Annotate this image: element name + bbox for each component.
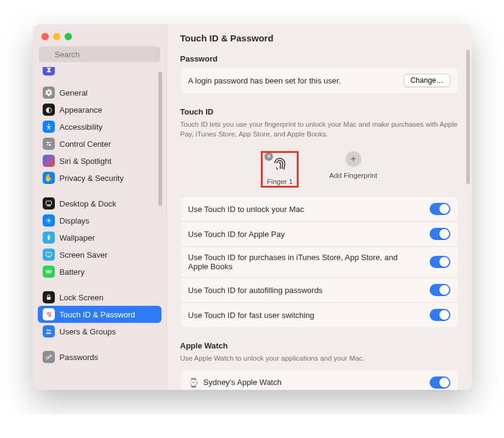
sidebar-item-label: Wallpaper [60, 233, 95, 242]
option-label: Use Touch ID to unlock your Mac [188, 205, 305, 214]
apple-watch-heading: Apple Watch [180, 341, 458, 350]
touchid-option-row: Use Touch ID for purchases in iTunes Sto… [181, 246, 458, 277]
gear-icon [43, 87, 55, 99]
sidebar-item-displays[interactable]: Displays [38, 212, 161, 229]
fingerprint-finger-1[interactable]: ✕ Finger 1 [267, 155, 293, 185]
svg-rect-22 [46, 271, 49, 272]
toggle-apple-watch-unlock[interactable] [430, 376, 450, 389]
battery-icon [43, 266, 55, 278]
sidebar-item-label: Privacy & Security [60, 174, 124, 183]
apple-watch-card: ⌚ Sydney's Apple Watch [180, 370, 458, 390]
svg-rect-18 [46, 253, 51, 256]
sidebar-item-desktop-dock[interactable]: Desktop & Dock [38, 195, 161, 212]
svg-point-25 [49, 330, 51, 331]
svg-point-6 [49, 144, 51, 146]
toggle-purchases[interactable] [430, 256, 450, 268]
sidebar-item-battery[interactable]: Battery [38, 263, 161, 280]
sidebar-item-lock-screen[interactable]: Lock Screen [38, 289, 161, 306]
svg-rect-8 [47, 205, 51, 207]
sidebar-item-appearance[interactable]: ◐ Appearance [38, 101, 161, 118]
sidebar-item-passwords[interactable]: Passwords [38, 348, 161, 366]
fingerprint-area: ✕ Finger 1 + Ad [180, 145, 458, 196]
svg-line-17 [50, 219, 51, 219]
main-scrollbar[interactable] [466, 50, 470, 184]
sliders-icon [43, 138, 55, 150]
toggle-autofill[interactable] [430, 284, 450, 296]
svg-point-24 [47, 330, 49, 331]
sidebar-item-touch-id[interactable]: Touch ID & Password [38, 306, 161, 323]
appearance-icon: ◐ [43, 104, 55, 116]
password-heading: Password [180, 54, 458, 63]
system-settings-window: ⧗ General ◐ Appearance Accessibility [33, 24, 472, 390]
toggle-fast-switching[interactable] [430, 309, 450, 321]
toggle-unlock-mac[interactable] [430, 203, 450, 215]
zoom-window-button[interactable] [65, 33, 72, 40]
search-input[interactable] [39, 46, 160, 62]
sidebar-list[interactable]: ⧗ General ◐ Appearance Accessibility [33, 67, 166, 390]
add-fingerprint-label: Add Fingerprint [329, 172, 377, 179]
hand-icon: ✋ [43, 172, 55, 184]
accessibility-icon [43, 121, 55, 133]
password-card: A login password has been set for this u… [180, 67, 458, 94]
svg-rect-7 [46, 201, 51, 205]
svg-point-4 [47, 142, 48, 143]
page-title: Touch ID & Password [180, 33, 458, 43]
svg-point-26 [46, 357, 49, 359]
sidebar-item-label: Users & Groups [60, 327, 116, 336]
touchid-option-row: Use Touch ID for autofilling passwords [181, 277, 458, 302]
sidebar-item-label: Siri & Spotlight [60, 157, 112, 166]
sidebar-item-label: Displays [60, 216, 90, 225]
sidebar-item-accessibility[interactable]: Accessibility [38, 118, 161, 135]
add-fingerprint-button[interactable]: + Add Fingerprint [329, 151, 377, 188]
fingerprint-highlight: ✕ Finger 1 [261, 151, 299, 188]
toggle-apple-pay[interactable] [430, 228, 450, 240]
sidebar-item-label: Desktop & Dock [60, 199, 116, 208]
sidebar-item-siri[interactable]: Siri & Spotlight [38, 152, 161, 169]
svg-line-15 [50, 222, 51, 223]
sidebar-item-users-groups[interactable]: Users & Groups [38, 323, 161, 340]
sidebar-item-label: Passwords [60, 353, 99, 362]
touchid-heading: Touch ID [180, 107, 458, 116]
sidebar-item-label: Screen Saver [60, 250, 108, 260]
window-controls [33, 24, 166, 46]
sidebar-item-label: Accessibility [60, 122, 103, 132]
svg-line-16 [46, 222, 47, 223]
sidebar-item-label: Touch ID & Password [60, 310, 135, 319]
sidebar-item-screensaver[interactable]: Screen Saver [38, 246, 161, 263]
display-icon [43, 214, 55, 227]
sidebar-item-screen-time[interactable]: ⧗ [38, 67, 161, 76]
close-window-button[interactable] [41, 33, 49, 40]
main-content[interactable]: Touch ID & Password Password A login pas… [167, 24, 472, 390]
plus-icon: + [346, 151, 361, 167]
fingerprint-icon [271, 155, 288, 173]
change-password-button[interactable]: Change… [403, 74, 450, 87]
siri-icon [43, 155, 55, 167]
sidebar-item-privacy[interactable]: ✋ Privacy & Security [38, 169, 161, 186]
key-icon [43, 351, 55, 363]
sidebar-item-label: Appearance [60, 105, 102, 115]
sidebar-item-label: General [60, 88, 88, 97]
screensaver-icon [43, 249, 55, 261]
sidebar-item-control-center[interactable]: Control Center [38, 135, 161, 152]
search-field-wrap [39, 46, 160, 62]
sidebar-item-general[interactable]: General [38, 84, 161, 101]
sidebar-scrollbar[interactable] [158, 72, 162, 206]
svg-rect-23 [47, 297, 51, 300]
sidebar: ⧗ General ◐ Appearance Accessibility [33, 24, 167, 390]
lock-icon [43, 291, 55, 303]
sidebar-item-label: Battery [60, 267, 85, 277]
svg-rect-21 [51, 271, 52, 272]
svg-line-14 [46, 219, 47, 219]
touchid-option-row: Use Touch ID for Apple Pay [181, 221, 458, 246]
hourglass-icon: ⧗ [43, 67, 55, 76]
wallpaper-icon [43, 231, 55, 244]
apple-watch-icon: ⌚ [188, 378, 199, 387]
fingerprint-icon [43, 308, 55, 320]
option-label: Use Touch ID for Apple Pay [188, 230, 285, 239]
sidebar-item-wallpaper[interactable]: Wallpaper [38, 229, 161, 246]
apple-watch-description: Use Apple Watch to unlock your applicati… [180, 354, 458, 364]
dock-icon [43, 197, 55, 210]
touchid-option-row: Use Touch ID for fast user switching [181, 302, 458, 327]
touchid-option-row: Use Touch ID to unlock your Mac [181, 197, 458, 221]
minimize-window-button[interactable] [53, 33, 60, 40]
